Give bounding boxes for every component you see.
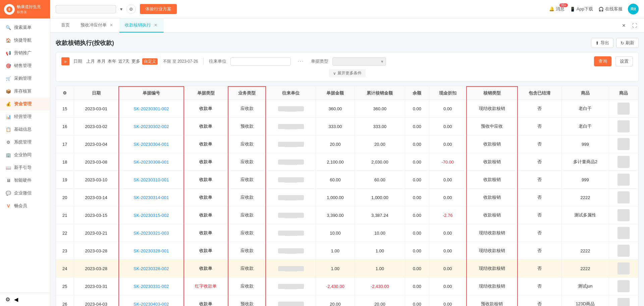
sidebar-item-basic[interactable]: 📋 基础信息 — [0, 123, 50, 136]
cell-bill-type: 收款单 — [184, 171, 228, 189]
col-goods1: 商品 — [561, 86, 609, 100]
cell-verify-type: 预收款核销 — [467, 295, 518, 306]
inventory-icon: 📦 — [5, 88, 11, 94]
online-service-button[interactable]: 🎧 在线客服 — [598, 6, 623, 12]
date-this-year[interactable]: 本年 — [108, 58, 116, 65]
tab-close-collection[interactable]: ✕ — [153, 22, 158, 28]
sidebar-item-search[interactable]: 🔍 搜索菜单 — [0, 21, 50, 34]
cell-goods1: 老白干 — [561, 118, 609, 135]
sidebar: 6 畅康道好生意 标推版 🔍 搜索菜单 🏠 快捷导航 📢 营销推广 🎯 销售管理… — [0, 0, 50, 306]
cell-bill-type: 收款单 — [184, 189, 228, 206]
sidebar-item-hardware[interactable]: 🖥 智能硬件 — [0, 174, 50, 187]
settings-icon[interactable]: ⚙ — [5, 296, 10, 303]
sidebar-item-corp[interactable]: 🏢 企业协同 — [0, 148, 50, 161]
col-balance: 余额 — [405, 86, 429, 100]
bill-no-link[interactable]: SK-20230328-002 — [133, 266, 169, 271]
app-download-button[interactable]: 📱 App下载 — [570, 6, 593, 12]
col-bill-no: 单据编号 — [119, 86, 184, 100]
export-button[interactable]: ⬆ 导出 — [591, 38, 613, 48]
settings-button[interactable]: 设置 — [615, 56, 633, 66]
bill-no-link[interactable]: SK-20230321-003 — [133, 231, 169, 236]
cell-biz-type: 预收款 — [228, 295, 266, 306]
col-date: 日期 — [74, 86, 119, 100]
sidebar-item-label: 经营管理 — [14, 114, 32, 120]
cell-amount: 333.00 — [316, 118, 355, 135]
bill-no-link[interactable]: SK-20230310-001 — [133, 177, 169, 182]
bill-type-select[interactable] — [332, 57, 386, 66]
sidebar-item-label: 系统管理 — [14, 139, 32, 145]
bill-no-link[interactable]: SK-20230302-002 — [133, 124, 169, 129]
tab-bar: 首页 预收冲应付单 ✕ 收款核销执行 ✕ ✕ ⛶ — [50, 18, 644, 33]
more-filters-dots[interactable]: ··· — [298, 58, 304, 64]
cell-goods2 — [609, 118, 638, 135]
sidebar-item-quick-nav[interactable]: 🏠 快捷导航 — [0, 34, 50, 47]
sidebar-item-guide[interactable]: 📖 新手引导 — [0, 161, 50, 174]
cell-verify-type: 现结收款核销 — [467, 278, 518, 295]
expand-tab-button[interactable]: ⛶ — [631, 21, 639, 29]
refresh-button[interactable]: ↻ 刷新 — [616, 38, 639, 48]
cell-bill-no: SK-20230328-002 — [119, 260, 184, 278]
cell-no: 20 — [56, 189, 74, 206]
sidebar-item-sales[interactable]: 🎯 销售管理 — [0, 59, 50, 72]
cell-verified: 60.00 — [355, 171, 405, 189]
wechat-icon: 💬 — [5, 190, 11, 196]
message-count: 99+ — [559, 3, 568, 7]
filter-toggle-btn[interactable]: » — [61, 57, 69, 65]
bill-no-link[interactable]: SK-20230304-001 — [133, 142, 169, 147]
table-row: 20 2023-03-14 SK-20230314-001 收款单 应收款 ██… — [56, 189, 638, 206]
tab-prepayment[interactable]: 预收冲应付单 ✕ — [75, 18, 119, 33]
col-setting[interactable]: ⚙ — [56, 86, 74, 100]
breadcrumb-input[interactable] — [56, 5, 116, 13]
bill-no-link[interactable]: SK-20230328-001 — [133, 248, 169, 253]
collapse-icon[interactable]: ◀ — [14, 296, 18, 303]
counterpart-input[interactable] — [230, 57, 291, 66]
sidebar-item-marketing[interactable]: 📢 营销推广 — [0, 47, 50, 59]
cell-discount: -2.76 — [429, 206, 467, 224]
gear-button[interactable]: ⚙ — [126, 4, 136, 14]
sidebar-item-purchase[interactable]: 🛒 采购管理 — [0, 72, 50, 85]
cell-partner: ████ — [266, 153, 316, 171]
cell-goods1: 测试jun — [561, 278, 609, 295]
sidebar-item-inventory[interactable]: 📦 库存核算 — [0, 85, 50, 98]
col-verify-type: 核销类型 — [467, 86, 518, 100]
bill-no-link[interactable]: SK-20230301-002 — [133, 106, 169, 111]
date-this-month[interactable]: 本月 — [97, 58, 106, 65]
bill-no-link[interactable]: SK-20230308-001 — [133, 160, 169, 165]
tab-close-prepayment[interactable]: ✕ — [109, 22, 114, 28]
cell-bill-type: 收款单 — [184, 260, 228, 278]
cell-bill-no: SK-20230301-002 — [119, 100, 184, 118]
tab-home[interactable]: 首页 — [56, 18, 75, 33]
col-verified: 累计核销金额 — [355, 86, 405, 100]
cell-amount: 1.00 — [316, 242, 355, 260]
cell-included: 否 — [518, 260, 561, 278]
bill-no-link[interactable]: SK-20230314-001 — [133, 195, 169, 200]
table-row: 21 2023-03-15 SK-20230315-002 收款单 应收款 ██… — [56, 206, 638, 224]
cell-no: 22 — [56, 224, 74, 242]
expand-more-btn[interactable]: ∨ 展开更多条件 — [329, 69, 366, 77]
sidebar-item-wechat[interactable]: 💬 企业微信 — [0, 187, 50, 199]
dropdown-arrow[interactable]: ▾ — [120, 6, 122, 12]
cell-included: 否 — [518, 135, 561, 153]
cell-verified: 360.00 — [355, 100, 405, 118]
solution-button[interactable]: 体验行业方案 — [140, 4, 177, 14]
message-button[interactable]: 🔔 消息 99+ — [549, 6, 565, 12]
user-avatar[interactable]: Rit — [628, 4, 639, 14]
bill-no-link[interactable]: SK-20230403-002 — [133, 302, 169, 306]
bill-no-link[interactable]: SK-20230315-002 — [133, 213, 169, 218]
date-custom[interactable]: 自定义 — [142, 58, 158, 65]
sidebar-item-finance[interactable]: 💰 资金管理 — [0, 98, 50, 110]
date-last-month[interactable]: 上月 — [86, 58, 95, 65]
query-button[interactable]: 查询 — [594, 56, 611, 66]
cell-included: 否 — [518, 206, 561, 224]
purchase-icon: 🛒 — [5, 75, 11, 81]
bill-no-link[interactable]: SK-20230331-002 — [133, 284, 169, 289]
sidebar-item-member[interactable]: V 畅会员 — [0, 199, 50, 212]
sidebar-item-system[interactable]: ⚙ 系统管理 — [0, 136, 50, 148]
sidebar-item-operations[interactable]: 📊 经营管理 — [0, 110, 50, 123]
tab-collection-verify[interactable]: 收款核销执行 ✕ — [119, 18, 164, 33]
col-goods2: 商品 — [609, 86, 638, 100]
date-more[interactable]: 更多 — [131, 58, 140, 65]
cell-discount: 0.00 — [429, 118, 467, 135]
close-tab-button[interactable]: ✕ — [620, 21, 628, 29]
date-7days[interactable]: 近7天 — [118, 58, 129, 65]
